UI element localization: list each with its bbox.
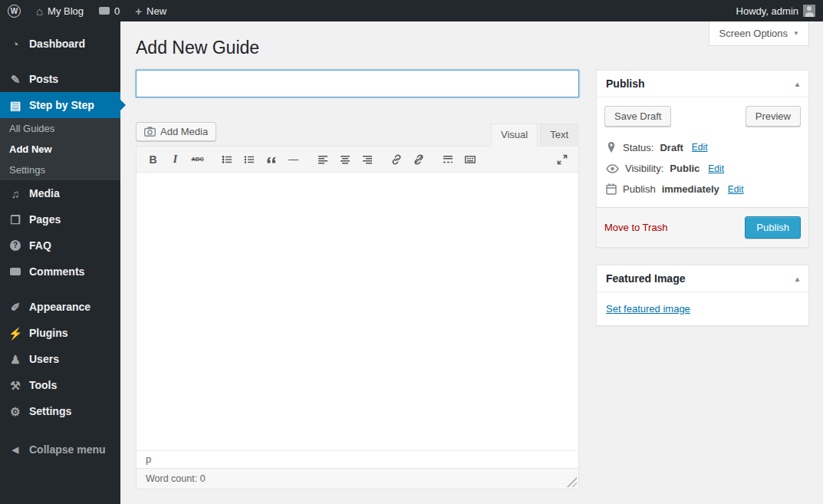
submenu-all-guides[interactable]: All Guides xyxy=(0,118,120,139)
bold-icon: B xyxy=(149,153,156,166)
faq-icon: ? xyxy=(8,240,23,251)
collapse-toggle-icon[interactable]: ▴ xyxy=(795,80,799,88)
sidebar-item-faq[interactable]: ? FAQ xyxy=(0,232,120,259)
comment-count: 0 xyxy=(114,5,120,17)
move-to-trash-link[interactable]: Move to Trash xyxy=(604,222,667,233)
sidebar-item-appearance[interactable]: ✐ Appearance xyxy=(0,294,120,320)
editor-content-area[interactable] xyxy=(137,173,578,450)
admin-bar: W ⌂ My Blog 0 + New Howdy, admin xyxy=(0,0,823,21)
editor-status-bar: Word count: 0 xyxy=(137,468,578,489)
sidebar-item-plugins[interactable]: ⚡ Plugins xyxy=(0,320,120,346)
blockquote-icon xyxy=(265,153,278,166)
sidebar-item-settings[interactable]: ⚙ Settings xyxy=(0,398,120,424)
sidebar-item-tools[interactable]: ⚒ Tools xyxy=(0,372,120,398)
sidebar-item-media[interactable]: ♫ Media xyxy=(0,180,120,206)
page-title: Add New Guide xyxy=(136,21,809,59)
horizontal-rule-icon: — xyxy=(288,153,298,165)
distraction-free-button[interactable] xyxy=(551,150,572,169)
bold-button[interactable]: B xyxy=(143,150,163,169)
featured-image-postbox-header[interactable]: Featured Image ▴ xyxy=(597,265,808,292)
horizontal-rule-button[interactable]: — xyxy=(283,150,304,169)
editor: B I ABC — xyxy=(136,146,579,489)
sidebar-item-label: Posts xyxy=(29,74,58,84)
howdy-label: Howdy, admin xyxy=(736,5,798,17)
dashboard-icon: ◔ xyxy=(8,38,23,50)
numbered-list-button[interactable] xyxy=(239,150,259,169)
sidebar-item-users[interactable]: ♟ Users xyxy=(0,346,120,372)
publish-postbox: Publish ▴ Save Draft Preview Status: Dra… xyxy=(596,70,809,248)
sidebar-item-comments[interactable]: Comments xyxy=(0,259,120,285)
tab-visual[interactable]: Visual xyxy=(491,124,538,147)
howdy-account-menu[interactable]: Howdy, admin xyxy=(729,0,823,21)
sidebar-item-step-by-step[interactable]: ▤ Step by Step xyxy=(0,92,120,118)
italic-icon: I xyxy=(173,153,178,166)
new-label: New xyxy=(146,5,166,17)
post-title-input[interactable] xyxy=(136,70,579,97)
pages-icon: ❐ xyxy=(8,214,23,226)
edit-status-link[interactable]: Edit xyxy=(692,142,708,153)
sidebar-item-posts[interactable]: ✎ Posts xyxy=(0,66,120,92)
add-media-button[interactable]: Add Media xyxy=(136,122,216,141)
align-right-button[interactable] xyxy=(357,150,377,169)
sidebar-item-dashboard[interactable]: ◔ Dashboard xyxy=(0,31,120,57)
site-name-link[interactable]: ⌂ My Blog xyxy=(28,0,91,21)
publish-button[interactable]: Publish xyxy=(745,216,801,239)
bulleted-list-button[interactable] xyxy=(216,150,237,169)
sidebar-item-label: Plugins xyxy=(29,328,68,338)
avatar xyxy=(803,5,815,17)
edit-schedule-link[interactable]: Edit xyxy=(728,184,744,195)
schedule-label: Publish xyxy=(623,183,656,195)
admin-bar-comments-link[interactable]: 0 xyxy=(91,0,127,21)
sidebar-item-label: Tools xyxy=(29,380,57,390)
read-more-icon xyxy=(442,153,454,166)
blockquote-button[interactable] xyxy=(261,150,281,169)
appearance-icon: ✐ xyxy=(8,301,23,313)
admin-bar-new-link[interactable]: + New xyxy=(127,0,174,21)
sidebar-item-pages[interactable]: ❐ Pages xyxy=(0,206,120,232)
insert-link-button[interactable] xyxy=(386,150,407,169)
word-count-value: 0 xyxy=(200,473,206,484)
submenu-add-new[interactable]: Add New xyxy=(0,139,120,160)
question-mark-icon: ? xyxy=(10,240,21,251)
set-featured-image-link[interactable]: Set featured image xyxy=(606,303,690,315)
featured-image-postbox: Featured Image ▴ Set featured image xyxy=(596,265,809,326)
sidebar-item-label: Appearance xyxy=(29,301,91,312)
align-center-icon xyxy=(339,153,351,166)
screen-options-label: Screen Options xyxy=(719,28,788,39)
tools-icon: ⚒ xyxy=(8,380,23,391)
editor-element-path: p xyxy=(137,450,578,468)
comments-bubble-icon xyxy=(99,7,110,15)
align-left-button[interactable] xyxy=(312,150,333,169)
align-center-button[interactable] xyxy=(334,150,355,169)
save-draft-button[interactable]: Save Draft xyxy=(604,106,671,127)
wordpress-logo-menu[interactable]: W xyxy=(0,0,28,21)
element-path-value: p xyxy=(146,453,151,465)
posts-icon: ✎ xyxy=(8,74,23,85)
screen-options-button[interactable]: Screen Options ▼ xyxy=(709,21,809,46)
publish-postbox-title: Publish xyxy=(606,77,645,90)
fullscreen-icon xyxy=(556,153,568,166)
word-count-label: Word count: xyxy=(146,473,197,484)
submenu-settings[interactable]: Settings xyxy=(0,160,120,180)
add-media-label: Add Media xyxy=(160,126,208,137)
toolbar-toggle-icon xyxy=(464,153,476,166)
sidebar-item-label: Step by Step xyxy=(29,100,94,110)
toolbar-toggle-button[interactable] xyxy=(459,150,480,169)
collapse-toggle-icon[interactable]: ▴ xyxy=(795,275,799,283)
preview-button[interactable]: Preview xyxy=(746,106,801,127)
publish-postbox-header[interactable]: Publish ▴ xyxy=(597,71,808,97)
calendar-icon xyxy=(606,183,617,195)
collapse-menu-button[interactable]: ◀ Collapse menu xyxy=(0,436,120,463)
read-more-tag-button[interactable] xyxy=(437,150,458,169)
italic-button[interactable]: I xyxy=(165,150,186,169)
remove-link-button[interactable] xyxy=(408,150,429,169)
edit-visibility-link[interactable]: Edit xyxy=(708,163,724,174)
editor-resize-handle[interactable] xyxy=(565,476,577,487)
visibility-label: Visibility: xyxy=(625,163,663,174)
status-row: Status: Draft Edit xyxy=(606,137,799,158)
sidebar-item-label: Media xyxy=(29,188,60,199)
numbered-list-icon xyxy=(243,153,255,166)
admin-sidebar: ◔ Dashboard ✎ Posts ▤ Step by Step All G… xyxy=(0,21,120,504)
strikethrough-button[interactable]: ABC xyxy=(187,150,208,169)
tab-text[interactable]: Text xyxy=(540,124,578,147)
